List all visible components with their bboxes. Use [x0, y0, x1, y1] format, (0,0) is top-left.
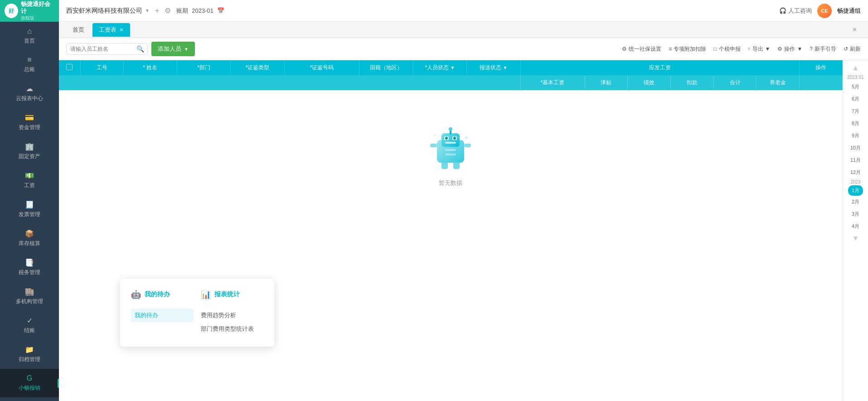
sidebar-item-inventory[interactable]: 📦 库存核算 [0, 224, 59, 253]
archive-icon: 📁 [25, 345, 34, 354]
company-selector[interactable]: 西安虾米网络科技有限公司 ▼ [66, 7, 150, 15]
company-dropdown-icon: ▼ [145, 8, 150, 13]
popup-item-my-todo[interactable]: 我的待办 [131, 309, 194, 322]
sidebar-nav: ⌂ 首页 ≡ 总账 ☁ 云报表中心 💳 资金管理 🏢 固定资产 💵 工资 🧾 发… [0, 22, 59, 401]
search-box[interactable]: 🔍 [66, 43, 148, 55]
sidebar-item-multi-org[interactable]: 🏬 多机构管理 [0, 282, 59, 311]
timeline-nav-up[interactable]: ▲ [850, 62, 861, 74]
header-checkbox[interactable] [66, 64, 73, 70]
empty-state: 暂无数据 [59, 90, 843, 223]
th-checkbox[interactable] [59, 60, 80, 75]
sidebar-item-tax[interactable]: 📑 税务管理 [0, 253, 59, 282]
timeline-item-jun[interactable]: 6月 [850, 93, 861, 105]
svg-point-16 [465, 136, 468, 139]
tab-home[interactable]: 首页 [66, 23, 91, 37]
support-button[interactable]: 🎧 人工咨询 [779, 7, 812, 15]
sidebar-item-fixed-assets[interactable]: 🏢 固定资产 [0, 137, 59, 166]
timeline-item-mar[interactable]: 3月 [850, 208, 861, 220]
top-header: 西安虾米网络科技有限公司 ▼ + ⚙ 账期 2023-01 📅 🎧 人工咨询 C… [59, 0, 868, 22]
timeline-year-2: 2023 [850, 179, 860, 185]
sidebar-item-fund-label: 资金管理 [19, 124, 40, 131]
timeline-item-may[interactable]: 5月 [850, 81, 861, 93]
th-allowance: 津贴 [585, 75, 628, 90]
tax-report-button[interactable]: □ 个税申报 [713, 45, 740, 53]
guide-button[interactable]: ? 新手引导 [810, 45, 836, 53]
sidebar-item-invoice[interactable]: 🧾 发票管理 [0, 195, 59, 224]
table-wrapper: 工号 * 姓名 *部门 *证鉴类型 *证鉴号码 国籍（地区） *人员状态 ▼ 报… [59, 60, 843, 401]
th-sub-empty [59, 75, 520, 90]
calendar-icon[interactable]: 📅 [217, 7, 224, 14]
timeline-item-jul[interactable]: 7月 [850, 105, 861, 117]
tab-close-right-icon[interactable]: ✕ [849, 24, 861, 35]
timeline-item-jan-current[interactable]: 1月 [848, 185, 863, 196]
social-insurance-button[interactable]: ⚙ 统一社保设置 [622, 45, 661, 53]
status-filter-icon[interactable]: ▼ [451, 65, 455, 70]
dept-cost-label: 部门费用类型统计表 [201, 325, 254, 332]
export-label: 导出 [752, 45, 763, 53]
sidebar-item-archive[interactable]: 📁 归档管理 [0, 340, 59, 369]
special-deduction-button[interactable]: ≡ 专项附加扣除 [669, 45, 706, 53]
timeline-item-oct[interactable]: 10月 [849, 142, 863, 154]
fixed-assets-icon: 🏢 [25, 142, 34, 151]
search-input[interactable] [70, 46, 134, 52]
report-title-label: 报表统计 [214, 290, 240, 299]
my-todo-label: 我的待办 [135, 312, 158, 319]
salary-icon: 💵 [25, 171, 34, 180]
export-button[interactable]: ↑ 导出 ▼ [748, 45, 771, 53]
social-insurance-label: 统一社保设置 [629, 45, 661, 53]
tab-salary[interactable]: 工资表 ✕ [92, 23, 130, 37]
popup-menu: 🤖 我的待办 我的待办 📊 报表统计 费用趋势分析 [120, 279, 274, 347]
tab-close-icon[interactable]: ✕ [119, 27, 124, 33]
timeline-item-apr[interactable]: 4月 [850, 220, 861, 232]
sidebar-item-basic-settings[interactable]: ⚙ 基础设置 [0, 397, 59, 401]
user-avatar[interactable]: CE [817, 4, 832, 18]
sidebar-item-settlement[interactable]: ✓ 结账 [0, 311, 59, 340]
sidebar-item-archive-label: 归档管理 [19, 356, 40, 363]
special-deduction-icon: ≡ [669, 46, 672, 52]
popup-item-cost-trend[interactable]: 费用趋势分析 [201, 309, 263, 322]
add-person-button[interactable]: 添加人员 ▼ [151, 42, 195, 56]
sidebar-item-expense[interactable]: G 小畅报销 [0, 369, 59, 397]
timeline-nav-down[interactable]: ▼ [850, 232, 861, 244]
empty-icon [428, 126, 473, 172]
svg-rect-9 [430, 144, 437, 147]
sidebar-item-ledger[interactable]: ≡ 总账 [0, 50, 59, 79]
timeline-item-nov[interactable]: 11月 [849, 154, 863, 166]
inventory-icon: 📦 [25, 229, 34, 238]
timeline-item-dec[interactable]: 12月 [849, 166, 863, 179]
fund-icon: 💳 [25, 113, 34, 122]
svg-rect-14 [445, 154, 456, 155]
home-icon: ⌂ [27, 27, 32, 35]
timeline-item-feb[interactable]: 2月 [850, 196, 861, 208]
table-container: 工号 * 姓名 *部门 *证鉴类型 *证鉴号码 国籍（地区） *人员状态 ▼ 报… [59, 60, 843, 401]
add-company-button[interactable]: + [155, 7, 159, 15]
operation-dropdown-icon: ▼ [797, 46, 802, 52]
content-area: 工号 * 姓名 *部门 *证鉴类型 *证鉴号码 国籍（地区） *人员状态 ▼ 报… [59, 60, 868, 401]
operation-button[interactable]: ⚙ 操作 ▼ [777, 45, 802, 53]
sidebar-item-settlement-label: 结账 [24, 327, 35, 334]
sidebar-item-home[interactable]: ⌂ 首页 [0, 22, 59, 50]
company-name: 西安虾米网络科技有限公司 [66, 7, 142, 15]
export-icon: ↑ [748, 46, 751, 52]
report-filter-icon[interactable]: ▼ [503, 65, 508, 70]
toolbar: 🔍 添加人员 ▼ ⚙ 统一社保设置 ≡ 专项附加扣除 □ 个税申报 ↑ 导出 ▼ [59, 38, 868, 60]
svg-point-17 [432, 153, 433, 155]
popup-item-dept-cost[interactable]: 部门费用类型统计表 [201, 322, 263, 336]
period-value: 2023-01 [192, 7, 213, 14]
settings-button[interactable]: ⚙ [165, 6, 171, 15]
timeline-item-sep[interactable]: 9月 [850, 130, 861, 142]
popup-todo-title: 🤖 我的待办 [131, 290, 194, 303]
timeline-item-aug[interactable]: 8月 [850, 117, 861, 130]
logo-title: 畅捷通好会计 [21, 0, 54, 14]
popup-col-todo: 🤖 我的待办 我的待办 [127, 286, 197, 339]
sidebar-item-fund[interactable]: 💳 资金管理 [0, 108, 59, 137]
logo-icon: 好 [5, 4, 18, 18]
sidebar-item-cloud-report[interactable]: ☁ 云报表中心 [0, 79, 59, 108]
sidebar-item-salary[interactable]: 💵 工资 [0, 166, 59, 195]
todo-title-icon: 🤖 [131, 290, 141, 300]
refresh-label: 刷新 [850, 45, 861, 53]
header-actions: 🎧 人工咨询 CE 畅捷通组 [779, 4, 861, 18]
empty-text: 暂无数据 [439, 179, 462, 187]
tax-icon: 📑 [25, 258, 34, 267]
refresh-button[interactable]: ↺ 刷新 [844, 45, 861, 53]
